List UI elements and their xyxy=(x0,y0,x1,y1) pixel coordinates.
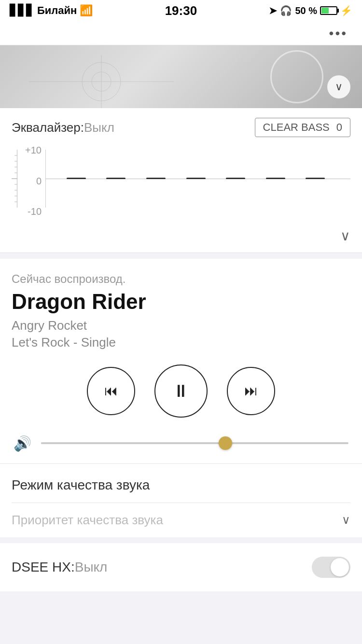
prev-button[interactable]: ⏮ xyxy=(87,367,135,415)
track-title: Dragon Rider xyxy=(12,290,350,314)
clear-bass-value: 0 xyxy=(336,121,342,134)
more-options-button[interactable]: ••• xyxy=(329,26,348,41)
quality-dropdown-label: Приоритет качества звука xyxy=(12,513,163,528)
eq-bar-7 xyxy=(306,178,325,179)
eq-title-row: Эквалайзер : Выкл xyxy=(12,120,114,135)
battery-percent: 50 % xyxy=(295,5,317,16)
pause-icon: ⏸ xyxy=(172,381,190,401)
track-album: Let's Rock - Single xyxy=(12,335,350,350)
charging-icon: ⚡ xyxy=(340,5,352,16)
eq-separator: : xyxy=(81,120,84,135)
eq-bar-3 xyxy=(146,178,166,179)
dsee-toggle[interactable] xyxy=(312,557,350,578)
dsee-label-row: DSEE HX : Выкл xyxy=(12,560,107,575)
dsee-status: Выкл xyxy=(75,560,108,575)
playback-controls: ⏮ ⏸ ⏭ xyxy=(12,364,350,418)
chevron-down-icon: ∨ xyxy=(340,228,350,244)
volume-icon: 🔊 xyxy=(14,435,31,452)
album-collapse-button[interactable]: ∨ xyxy=(327,75,350,98)
album-decoration xyxy=(270,50,323,103)
signal-bars-icon: ▋▋▋ xyxy=(10,4,34,17)
location-icon: ➤ xyxy=(269,5,277,16)
now-playing-label: Сейчас воспроизвод. xyxy=(12,272,350,286)
status-right: ➤ 🎧 50 % ⚡ xyxy=(269,5,352,16)
eq-header: Эквалайзер : Выкл CLEAR BASS 0 xyxy=(12,118,350,137)
separator-1 xyxy=(0,253,362,259)
eq-bar-6 xyxy=(266,178,285,179)
equalizer-section: Эквалайзер : Выкл CLEAR BASS 0 +10 0 -10 xyxy=(0,108,362,253)
carrier-label: Билайн xyxy=(37,4,77,17)
next-icon: ⏭ xyxy=(244,383,258,399)
eq-ticks xyxy=(12,150,17,208)
menu-dots-bar: ••• xyxy=(0,21,362,45)
eq-status-label: Выкл xyxy=(84,120,114,135)
battery-icon xyxy=(320,6,337,15)
now-playing-section: Сейчас воспроизвод. Dragon Rider Angry R… xyxy=(0,259,362,463)
eq-bar-4 xyxy=(186,178,206,179)
eq-y-bottom: -10 xyxy=(12,206,45,217)
eq-collapse-button[interactable]: ∨ xyxy=(12,226,350,248)
clear-bass-button[interactable]: CLEAR BASS 0 xyxy=(255,118,350,137)
eq-bar-markers xyxy=(46,178,346,179)
volume-fill xyxy=(41,442,225,444)
eq-bar-1 xyxy=(67,178,86,179)
eq-bar-5 xyxy=(226,178,245,179)
volume-slider[interactable] xyxy=(41,442,348,444)
headphone-icon: 🎧 xyxy=(280,5,292,16)
eq-section-label: Эквалайзер xyxy=(12,120,81,135)
dsee-label: DSEE HX xyxy=(12,560,71,575)
sound-quality-section: Режим качества звука Приоритет качества … xyxy=(0,463,362,537)
track-artist: Angry Rocket xyxy=(12,318,350,333)
volume-row: 🔊 xyxy=(12,435,350,452)
clear-bass-label: CLEAR BASS xyxy=(263,121,330,134)
next-button[interactable]: ⏭ xyxy=(227,367,275,415)
quality-title: Режим качества звука xyxy=(12,477,350,493)
pause-button[interactable]: ⏸ xyxy=(154,364,208,418)
quality-dropdown[interactable]: Приоритет качества звука ∨ xyxy=(12,503,350,537)
eq-bar-2 xyxy=(106,178,125,179)
quality-dropdown-arrow: ∨ xyxy=(342,513,350,527)
dsee-hx-section: DSEE HX : Выкл xyxy=(0,537,362,591)
album-art-strip: ∨ xyxy=(0,45,362,108)
toggle-knob xyxy=(331,558,349,576)
prev-icon: ⏮ xyxy=(104,383,118,399)
eq-plot-area xyxy=(45,150,350,208)
status-bar: ▋▋▋ Билайн 📶 19:30 ➤ 🎧 50 % ⚡ xyxy=(0,0,362,21)
dsee-separator: : xyxy=(71,560,75,575)
album-art-svg xyxy=(29,55,174,108)
time-display: 19:30 xyxy=(165,3,197,18)
volume-thumb[interactable] xyxy=(219,436,232,450)
wifi-icon: 📶 xyxy=(80,4,93,17)
eq-graph: +10 0 -10 xyxy=(12,145,350,222)
status-left: ▋▋▋ Билайн 📶 xyxy=(10,4,93,17)
